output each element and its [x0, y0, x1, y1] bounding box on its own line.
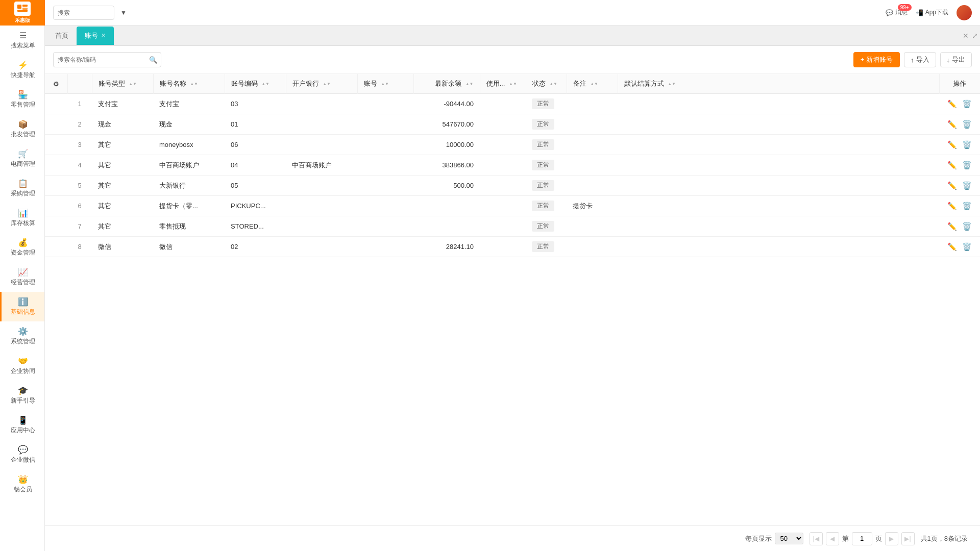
sidebar-item-enterprise-wechat[interactable]: 💬 企业微信 — [0, 440, 44, 469]
user-avatar[interactable] — [957, 5, 972, 20]
col-default-settlement[interactable]: 默认结算方式 ▲▼ — [618, 74, 939, 94]
window-close-button[interactable]: ✕ — [963, 32, 969, 40]
sidebar-item-member[interactable]: 👑 畅会员 — [0, 469, 44, 499]
edit-icon[interactable]: ✏️ — [947, 242, 957, 252]
col-account[interactable]: 账号 ▲▼ — [357, 74, 413, 94]
col-code[interactable]: 账号编码 ▲▼ — [225, 74, 286, 94]
sidebar-item-search-menu[interactable]: ☰ 搜索菜单 — [0, 26, 44, 55]
delete-icon[interactable]: 🗑️ — [962, 140, 972, 149]
delete-icon[interactable]: 🗑️ — [962, 99, 972, 109]
tab-home-label: 首页 — [55, 31, 68, 40]
sidebar-item-new-guide[interactable]: 🎓 新手引导 — [0, 381, 44, 410]
row-account — [357, 237, 413, 257]
sidebar-item-label: 企业协同 — [11, 367, 35, 375]
tab-account[interactable]: 账号 ✕ — [77, 27, 114, 45]
sort-default-icon: ▲▼ — [668, 82, 676, 86]
tab-home[interactable]: 首页 — [47, 27, 77, 45]
tab-account-close[interactable]: ✕ — [101, 32, 106, 39]
col-status[interactable]: 状态 ▲▼ — [526, 74, 567, 94]
window-maximize-button[interactable]: ⤢ — [972, 32, 978, 40]
total-label: 共1页，8条记录 — [921, 534, 968, 543]
next-page-button[interactable]: ▶ — [885, 532, 898, 545]
export-button[interactable]: ↓ 导出 — [940, 52, 972, 67]
sidebar-item-label: 快捷导航 — [11, 71, 35, 80]
sidebar-item-retail-mgmt[interactable]: 🏪 零售管理 — [0, 85, 44, 114]
sidebar-item-finance-mgmt[interactable]: 💰 资金管理 — [0, 233, 44, 262]
row-account — [357, 196, 413, 216]
sidebar-item-enterprise-agreement[interactable]: 🤝 企业协同 — [0, 351, 44, 381]
message-button[interactable]: 💬 消息 99+ — [886, 8, 908, 17]
add-account-button[interactable]: + 新增账号 — [853, 52, 900, 67]
row-use — [480, 94, 526, 114]
search-input[interactable] — [54, 56, 145, 63]
col-use[interactable]: 使用... ▲▼ — [480, 74, 526, 94]
col-bank[interactable]: 开户银行 ▲▼ — [286, 74, 357, 94]
row-settings — [45, 135, 67, 155]
col-remark[interactable]: 备注 ▲▼ — [567, 74, 618, 94]
import-icon: ↑ — [911, 56, 914, 64]
sidebar-item-wholesale-mgmt[interactable]: 📦 批发管理 — [0, 114, 44, 144]
member-icon: 👑 — [18, 474, 28, 484]
sidebar-item-basic-info[interactable]: ℹ️ 基础信息 — [0, 292, 44, 321]
row-default-settlement — [618, 216, 939, 237]
col-name[interactable]: 账号名称 ▲▼ — [153, 74, 225, 94]
ops-mgmt-icon: 📈 — [18, 267, 28, 277]
edit-icon[interactable]: ✏️ — [947, 120, 957, 129]
row-code: 05 — [225, 176, 286, 196]
row-num: 3 — [67, 135, 92, 155]
app-download-button[interactable]: 📲 App下载 — [916, 8, 948, 17]
row-settings — [45, 94, 67, 114]
search-button[interactable]: 🔍 — [145, 52, 161, 67]
row-balance — [413, 216, 480, 237]
sidebar-item-app-center[interactable]: 📱 应用中心 — [0, 410, 44, 440]
sidebar-item-ops-mgmt[interactable]: 📈 经营管理 — [0, 262, 44, 292]
delete-icon[interactable]: 🗑️ — [962, 120, 972, 129]
row-status: 正常 — [526, 196, 567, 216]
sidebar-item-quick-nav[interactable]: ⚡ 快捷导航 — [0, 55, 44, 85]
topbar-dropdown[interactable]: ▼ — [120, 9, 127, 16]
col-settings[interactable]: ⚙ — [45, 74, 67, 94]
sidebar-item-label: 采购管理 — [11, 189, 35, 198]
sort-code-icon: ▲▼ — [261, 82, 270, 86]
row-type: 微信 — [92, 237, 153, 257]
app-download-icon: 📲 — [916, 9, 923, 16]
first-page-button[interactable]: |◀ — [810, 532, 823, 545]
delete-icon[interactable]: 🗑️ — [962, 222, 972, 231]
retail-mgmt-icon: 🏪 — [18, 90, 28, 99]
delete-icon[interactable]: 🗑️ — [962, 161, 972, 170]
sidebar-item-inventory-calc[interactable]: 📊 库存核算 — [0, 203, 44, 233]
sidebar-item-purchase-mgmt[interactable]: 📋 采购管理 — [0, 173, 44, 203]
import-button[interactable]: ↑ 导入 — [904, 52, 936, 67]
sidebar-item-ecommerce-mgmt[interactable]: 🛒 电商管理 — [0, 144, 44, 173]
topbar-right: 💬 消息 99+ 📲 App下载 — [886, 5, 972, 20]
delete-icon[interactable]: 🗑️ — [962, 202, 972, 211]
col-balance[interactable]: 最新余额 ▲▼ — [413, 74, 480, 94]
row-code: PICKUPC... — [225, 196, 286, 216]
row-operation: ✏️ 🗑️ — [939, 155, 980, 176]
row-num: 2 — [67, 114, 92, 135]
edit-icon[interactable]: ✏️ — [947, 202, 957, 211]
edit-icon[interactable]: ✏️ — [947, 222, 957, 231]
edit-icon[interactable]: ✏️ — [947, 181, 957, 190]
col-operation: 操作 — [939, 74, 980, 94]
col-type[interactable]: 账号类型 ▲▼ — [92, 74, 153, 94]
delete-icon[interactable]: 🗑️ — [962, 242, 972, 252]
finance-mgmt-icon: 💰 — [18, 238, 28, 247]
edit-icon[interactable]: ✏️ — [947, 140, 957, 149]
sidebar-item-sys-mgmt[interactable]: ⚙️ 系统管理 — [0, 321, 44, 351]
prev-page-button[interactable]: ◀ — [826, 532, 839, 545]
row-settings — [45, 237, 67, 257]
sidebar-logo: 乐惠版 — [0, 0, 45, 26]
last-page-button[interactable]: ▶| — [901, 532, 915, 545]
sort-use-icon: ▲▼ — [509, 82, 517, 86]
edit-icon[interactable]: ✏️ — [947, 161, 957, 170]
edit-icon[interactable]: ✏️ — [947, 99, 957, 109]
page-size-dropdown[interactable]: 50 100 200 — [775, 533, 803, 544]
delete-icon[interactable]: 🗑️ — [962, 181, 972, 190]
page-number-input[interactable] — [852, 532, 872, 545]
toolbar-right: + 新增账号 ↑ 导入 ↓ 导出 — [853, 52, 972, 67]
topbar-search-input[interactable] — [53, 6, 114, 20]
row-bank: 中百商场账户 — [286, 155, 357, 176]
row-settings — [45, 114, 67, 135]
row-use — [480, 114, 526, 135]
